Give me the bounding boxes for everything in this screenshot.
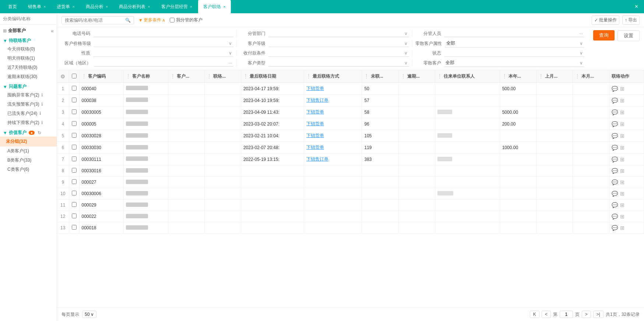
retail-select[interactable]: 全部 ∨ [444, 59, 584, 67]
phone-input[interactable] [93, 30, 233, 37]
more-conditions-btn[interactable]: ▼ 更多条件 ∧ [138, 17, 165, 23]
row-checkbox-0[interactable] [72, 86, 77, 91]
search-input[interactable] [65, 18, 124, 23]
customer-tier-select[interactable]: ∨ [268, 40, 409, 47]
collapse-icon[interactable]: « [51, 28, 54, 34]
last-method-link[interactable]: 下销货单 [306, 86, 324, 91]
th-code[interactable]: ⋮ 客户编码 [79, 70, 124, 83]
sidebar-item-today[interactable]: 今天待联络(0) [0, 45, 57, 54]
row-checkbox-11[interactable] [72, 214, 77, 218]
retail-attr-select[interactable]: 全部 ∨ [445, 39, 584, 47]
nav-customer-tier[interactable]: 客户分层经营 × [156, 0, 197, 13]
grid-action-icon[interactable]: ⊞ [620, 86, 624, 92]
message-icon[interactable]: 💬 [612, 202, 618, 208]
th-this-month[interactable]: ⋮ 本月... [573, 70, 609, 83]
row-checkbox-9[interactable] [72, 191, 77, 195]
last-method-link[interactable]: 下销货单 [306, 121, 324, 126]
message-icon[interactable]: 💬 [612, 133, 618, 139]
message-icon[interactable]: 💬 [612, 98, 618, 103]
sidebar-item-typeC[interactable]: C类客户(6) [0, 165, 57, 174]
my-customers-checkbox[interactable] [170, 18, 175, 22]
query-button[interactable]: 查询 [593, 30, 615, 40]
last-method-link[interactable]: 下销货单 [306, 133, 324, 138]
nav-customer-tier-close[interactable]: × [190, 4, 192, 9]
message-icon[interactable]: 💬 [612, 145, 618, 151]
row-checkbox-12[interactable] [72, 225, 77, 230]
row-checkbox-5[interactable] [72, 145, 77, 149]
th-last-month[interactable]: ⋮ 上月... [536, 70, 573, 83]
grid-action-icon[interactable]: ⊞ [620, 109, 624, 115]
batch-op-button[interactable]: ✓ 批量操作 [592, 15, 619, 25]
grid-action-icon[interactable]: ⊞ [620, 202, 624, 208]
sidebar-item-declining[interactable]: 持续下滑客户(2) ℹ [0, 118, 57, 127]
refresh-icon[interactable]: ↻ [38, 130, 41, 135]
th-no-contact[interactable]: ⋮ 未联... [362, 70, 398, 83]
region-select[interactable]: ··· [94, 60, 233, 67]
row-checkbox-10[interactable] [72, 202, 77, 207]
row-checkbox-8[interactable] [72, 179, 77, 184]
th-contact[interactable]: ⋮ 联络... [204, 70, 241, 83]
message-icon[interactable]: 💬 [612, 179, 618, 185]
person-select[interactable]: ··· [444, 30, 584, 37]
sidebar-all-customers[interactable]: ⊞ 全部客户 « [0, 25, 57, 35]
sidebar-item-lost[interactable]: 已流失客户(24) ℹ [0, 109, 57, 118]
sidebar-search-input[interactable] [3, 16, 57, 21]
nav-sales-close[interactable]: × [43, 4, 46, 9]
page-number-input[interactable] [560, 311, 573, 318]
row-checkbox-3[interactable] [72, 121, 77, 126]
message-icon[interactable]: 💬 [612, 109, 618, 115]
sidebar-group-pending[interactable]: ▼ 待联络客户 [0, 35, 57, 45]
row-checkbox-4[interactable] [72, 133, 77, 138]
nature-select[interactable]: ∨ [93, 50, 233, 57]
sidebar-group-problem[interactable]: ▼ 问题客户 [0, 81, 57, 91]
last-method-link[interactable]: 下销货单 [306, 145, 324, 150]
nav-customer-contact-close[interactable]: × [223, 4, 225, 9]
row-checkbox-7[interactable] [72, 168, 77, 173]
grid-action-icon[interactable]: ⊞ [620, 214, 624, 219]
window-close-button[interactable]: × [632, 3, 641, 10]
nav-analysis-list[interactable]: 商品分析列表 × [114, 0, 155, 13]
nav-analysis-close[interactable]: × [106, 4, 108, 9]
grid-action-icon[interactable]: ⊞ [620, 133, 624, 139]
row-checkbox-6[interactable] [72, 156, 77, 161]
gear-icon[interactable]: ⚙ [60, 74, 65, 80]
nav-purchase-close[interactable]: × [72, 4, 74, 9]
payment-select[interactable]: ∨ [268, 50, 409, 57]
message-icon[interactable]: 💬 [612, 86, 618, 92]
th-last-date[interactable]: ⋮ 最后联络日期 [241, 70, 304, 83]
last-method-link[interactable]: 下销售订单 [306, 156, 328, 162]
nav-sales[interactable]: 销售单 × [23, 0, 51, 13]
reset-button[interactable]: 设置 [617, 30, 640, 41]
sidebar-item-ungroup[interactable]: 未分组(32) [0, 137, 57, 147]
th-overdue[interactable]: ⋮ 逾期... [398, 70, 435, 83]
message-icon[interactable]: 💬 [612, 191, 618, 197]
th-liaisons[interactable]: ⋮ 往来单位联系人 [435, 70, 500, 83]
grid-action-icon[interactable]: ⊞ [620, 145, 624, 151]
cust-type-select[interactable]: ∨ [268, 60, 409, 67]
price-tier-select[interactable]: ∨ [94, 40, 233, 47]
sidebar-item-tomorrow[interactable]: 明天待联络(1) [0, 54, 57, 63]
message-icon[interactable]: 💬 [612, 214, 618, 219]
sidebar-item-7days[interactable]: 近7天待联络(0) [0, 63, 57, 72]
nav-customer-contact[interactable]: 客户联络 × [198, 0, 230, 13]
grid-action-icon[interactable]: ⊞ [620, 156, 624, 162]
message-icon[interactable]: 💬 [612, 168, 618, 174]
status-select[interactable]: ∨ [444, 50, 584, 57]
row-checkbox-1[interactable] [72, 98, 77, 102]
search-icon[interactable]: 🔍 [125, 18, 131, 23]
nav-analysis-list-close[interactable]: × [148, 4, 150, 9]
last-method-link[interactable]: 下销售订单 [306, 98, 328, 103]
export-button[interactable]: ↑ 导出 [622, 15, 640, 25]
th-last-method[interactable]: ⋮ 最后联络方式 [304, 70, 362, 83]
select-all-checkbox[interactable] [72, 74, 77, 78]
th-name[interactable]: ⋮ 客户名称 [124, 70, 168, 83]
nav-purchase[interactable]: 进货单 × [52, 0, 80, 13]
message-icon[interactable]: 💬 [612, 156, 618, 162]
nav-analysis[interactable]: 商品分析 × [81, 0, 113, 13]
grid-action-icon[interactable]: ⊞ [620, 168, 624, 174]
sidebar-group-value[interactable]: ▼ 价值客户 ● ↻ [0, 127, 57, 137]
first-page-button[interactable]: K [530, 311, 539, 318]
prev-page-button[interactable]: < [542, 311, 551, 318]
nav-home[interactable]: 首页 [3, 0, 22, 13]
sidebar-item-warning[interactable]: 流失预警客户(3) ℹ [0, 100, 57, 109]
